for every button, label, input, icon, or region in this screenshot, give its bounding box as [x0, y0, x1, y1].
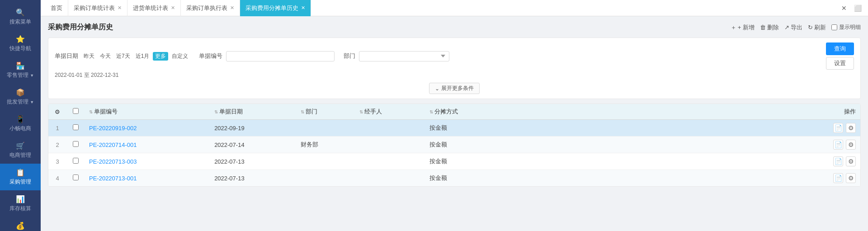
- wholesale-icon: 📦: [2, 88, 39, 97]
- dept-label: 部门: [344, 52, 355, 60]
- main-area: 首页 采购订单统计表 ✕ 进货单统计表 ✕ 采购订单执行表 ✕ 采购费用分摊单历…: [41, 0, 868, 231]
- table-row: 1 PE-20220919-002 2022-09-19 按金额 📄 ⚙: [48, 120, 860, 137]
- more-action-button[interactable]: ⚙: [846, 140, 856, 150]
- more-action-button[interactable]: ⚙: [846, 173, 856, 183]
- date-filter-label: 单据日期: [55, 52, 78, 60]
- settings-icon[interactable]: ⚙: [55, 108, 60, 115]
- sort-icon: ⇅: [301, 109, 304, 114]
- expand-row: ⌄ 展开更多条件: [55, 83, 854, 94]
- row-doc-no: PE-20220713-003: [85, 153, 210, 170]
- refresh-button[interactable]: ↻ 刷新: [808, 24, 826, 32]
- dept-select[interactable]: [359, 51, 449, 61]
- setting-button[interactable]: 设置: [826, 57, 854, 70]
- chevron-down-icon: ▼: [30, 100, 34, 104]
- shortcut-1month[interactable]: 近1月: [134, 52, 151, 61]
- row-doc-date: 2022-09-19: [210, 120, 296, 137]
- tab-bar: 首页 采购订单统计表 ✕ 进货单统计表 ✕ 采购订单执行表 ✕ 采购费用分摊单历…: [41, 0, 868, 16]
- finance-icon: 💰: [2, 222, 39, 230]
- table-row: 3 PE-20220713-003 2022-07-13 按金额 📄 ⚙: [48, 153, 860, 170]
- show-detail-checkbox-label[interactable]: 显示明细: [831, 24, 861, 31]
- mini-icon: 📱: [2, 115, 39, 123]
- export-button[interactable]: ↗ 导出: [784, 24, 802, 32]
- doc-no-link[interactable]: PE-20220713-003: [89, 158, 137, 165]
- row-select-checkbox[interactable]: [73, 174, 79, 180]
- tab-purchase-cost-history[interactable]: 采购费用分摊单历史 ✕: [240, 0, 311, 16]
- row-checkbox[interactable]: [66, 170, 85, 187]
- sidebar: 🔍 搜索菜单 ⭐ 快捷导航 🏪 零售管理 ▼ 📦 批发管理 ▼ 📱 小畅电商 🛒…: [0, 0, 41, 231]
- row-dept: [296, 153, 355, 170]
- shortcut-7days[interactable]: 近7天: [114, 52, 132, 61]
- select-all-checkbox[interactable]: [73, 108, 79, 114]
- shortcut-custom[interactable]: 自定义: [170, 52, 190, 61]
- sidebar-item-ecommerce[interactable]: 🛒 电商管理: [0, 137, 41, 164]
- row-select-checkbox[interactable]: [73, 141, 79, 147]
- col-dept[interactable]: ⇅ 部门: [296, 104, 355, 120]
- toolbar: ＋ + 新增 🗑 删除 ↗ 导出 ↻ 刷新 显示明细: [731, 24, 861, 32]
- doc-no-input[interactable]: [226, 51, 335, 61]
- close-tab-purchase-goods-stats[interactable]: ✕: [171, 5, 175, 11]
- tab-purchase-goods-stats[interactable]: 进货单统计表 ✕: [127, 0, 181, 16]
- row-checkbox[interactable]: [66, 137, 85, 153]
- col-settings[interactable]: ⚙: [48, 104, 66, 120]
- show-detail-checkbox[interactable]: [831, 24, 837, 30]
- close-tab-purchase-order-exec[interactable]: ✕: [230, 5, 234, 11]
- row-checkbox[interactable]: [66, 120, 85, 137]
- table-header-row: ⚙ ⇅ 单据编号: [48, 104, 860, 120]
- row-doc-date: 2022-07-13: [210, 170, 296, 187]
- doc-no-link[interactable]: PE-20220919-002: [89, 125, 137, 132]
- row-split-method: 按金额: [425, 170, 824, 187]
- row-select-checkbox[interactable]: [73, 124, 79, 130]
- edit-action-button[interactable]: 📄: [833, 156, 843, 166]
- tab-home[interactable]: 首页: [45, 0, 68, 16]
- date-shortcuts: 昨天 今天 近7天 近1月 更多 自定义: [82, 52, 190, 61]
- data-table-container: ⚙ ⇅ 单据编号: [48, 104, 861, 187]
- shortcut-more[interactable]: 更多: [153, 52, 168, 61]
- chevron-down-icon: ▼: [30, 73, 34, 78]
- sidebar-item-inventory[interactable]: 📊 库存核算: [0, 190, 41, 217]
- date-range-display: 2022-01-01 至 2022-12-31: [55, 71, 118, 79]
- sort-icon: ⇅: [359, 109, 363, 114]
- expand-more-button[interactable]: ⌄ 展开更多条件: [429, 83, 480, 94]
- query-button[interactable]: 查询: [826, 42, 854, 55]
- doc-no-link[interactable]: PE-20220713-001: [89, 175, 137, 182]
- tab-purchase-order-stats[interactable]: 采购订单统计表 ✕: [68, 0, 127, 16]
- ecommerce-icon: 🛒: [2, 141, 39, 150]
- close-tab-purchase-cost-history[interactable]: ✕: [301, 5, 305, 11]
- maximize-window-button[interactable]: ⬜: [852, 4, 863, 13]
- row-dept: [296, 120, 355, 137]
- row-select-checkbox[interactable]: [73, 158, 79, 164]
- col-handler[interactable]: ⇅ 经手人: [355, 104, 425, 120]
- row-num: 1: [48, 120, 66, 137]
- sidebar-item-shortcut[interactable]: ⭐ 快捷导航: [0, 30, 41, 57]
- shortcut-yesterday[interactable]: 昨天: [82, 52, 96, 61]
- shortcut-today[interactable]: 今天: [98, 52, 113, 61]
- sidebar-item-purchase[interactable]: 📋 采购管理: [0, 164, 41, 190]
- col-split-method[interactable]: ⇅ 分摊方式: [425, 104, 824, 120]
- sidebar-item-wholesale[interactable]: 📦 批发管理 ▼: [0, 84, 41, 110]
- filter-row-1: 单据日期 昨天 今天 近7天 近1月 更多 自定义 单据编号 部门: [55, 42, 854, 70]
- table-row: 4 PE-20220713-001 2022-07-13 按金额 📄 ⚙: [48, 170, 860, 187]
- edit-action-button[interactable]: 📄: [833, 140, 843, 150]
- more-action-button[interactable]: ⚙: [846, 156, 856, 166]
- tab-purchase-order-exec[interactable]: 采购订单执行表 ✕: [181, 0, 240, 16]
- close-window-button[interactable]: ✕: [840, 4, 849, 13]
- more-action-button[interactable]: ⚙: [846, 123, 856, 133]
- sidebar-item-search[interactable]: 🔍 搜索菜单: [0, 4, 41, 30]
- edit-action-button[interactable]: 📄: [833, 123, 843, 133]
- edit-action-button[interactable]: 📄: [833, 173, 843, 183]
- close-tab-purchase-order-stats[interactable]: ✕: [118, 5, 122, 11]
- row-handler: [355, 137, 425, 153]
- col-doc-no[interactable]: ⇅ 单据编号: [85, 104, 210, 120]
- doc-no-link[interactable]: PE-20220714-001: [89, 141, 137, 148]
- sidebar-item-finance[interactable]: 💰 资金管理: [0, 217, 41, 231]
- row-doc-date: 2022-07-14: [210, 137, 296, 153]
- add-button[interactable]: ＋ + 新增: [731, 24, 755, 32]
- sidebar-item-retail[interactable]: 🏪 零售管理 ▼: [0, 57, 41, 84]
- delete-button[interactable]: 🗑 删除: [760, 24, 779, 32]
- col-doc-date[interactable]: ⇅ 单据日期: [210, 104, 296, 120]
- content-area: 采购费用分摊单历史 ＋ + 新增 🗑 删除 ↗ 导出 ↻ 刷新: [41, 16, 868, 231]
- table-row: 2 PE-20220714-001 2022-07-14 财务部 按金额 📄 ⚙: [48, 137, 860, 153]
- sort-icon: ⇅: [89, 109, 93, 114]
- sidebar-item-mini[interactable]: 📱 小畅电商: [0, 110, 41, 137]
- row-checkbox[interactable]: [66, 153, 85, 170]
